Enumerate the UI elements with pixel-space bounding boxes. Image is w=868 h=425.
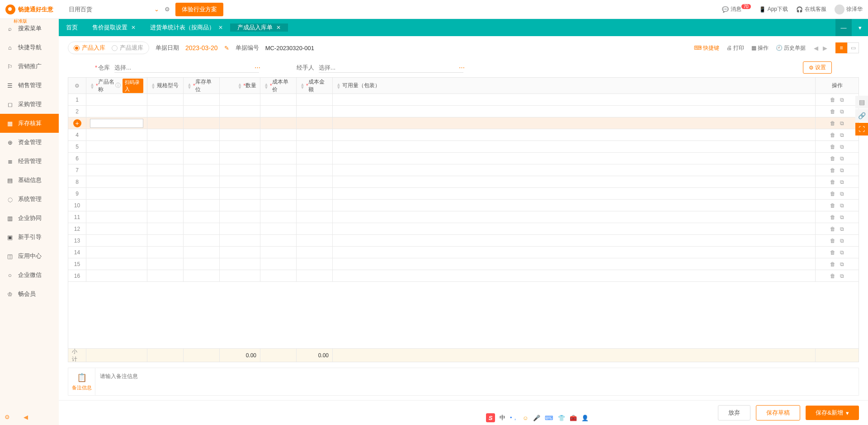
cell-name[interactable] [86, 188, 147, 199]
cell-name[interactable] [86, 200, 147, 211]
table-row[interactable]: 2 🗑 ⧉ [68, 106, 859, 117]
table-row[interactable]: 4 🗑 ⧉ [68, 129, 859, 141]
cell-price[interactable] [260, 141, 297, 152]
cell-unit[interactable] [184, 164, 220, 176]
cell-spec[interactable] [147, 258, 184, 270]
cell-avail[interactable] [333, 94, 816, 105]
delete-icon[interactable]: 🗑 [830, 179, 835, 185]
messages-link[interactable]: 💬 消息 70 [722, 5, 751, 13]
table-row[interactable]: 14 🗑 ⧉ [68, 247, 859, 258]
cell-avail[interactable] [333, 153, 816, 164]
delete-icon[interactable]: 🗑 [830, 144, 835, 150]
cell-spec[interactable] [147, 94, 184, 105]
cell-amt[interactable] [297, 247, 333, 258]
tab-1[interactable]: 售价提取设置✕ [85, 23, 143, 32]
cell-name[interactable] [86, 223, 147, 234]
sidebar-item-13[interactable]: ○企业微信 [0, 266, 59, 285]
sidebar-item-7[interactable]: ≣经营管理 [0, 152, 59, 171]
cell-price[interactable] [260, 94, 297, 105]
cell-amt[interactable] [297, 106, 333, 117]
cell-amt[interactable] [297, 117, 333, 129]
cell-qty[interactable] [220, 106, 260, 117]
cell-name[interactable] [86, 176, 147, 187]
cell-name[interactable] [86, 211, 147, 223]
cell-spec[interactable] [147, 106, 184, 117]
delete-icon[interactable]: 🗑 [830, 202, 835, 209]
sidebar-item-11[interactable]: ▣新手引导 [0, 228, 59, 247]
table-row[interactable]: 7 🗑 ⧉ [68, 164, 859, 176]
cell-unit[interactable] [184, 141, 220, 152]
float-link-icon[interactable]: 🔗 [855, 109, 868, 122]
cell-qty[interactable] [220, 258, 260, 270]
delete-icon[interactable]: 🗑 [830, 261, 835, 267]
product-name-input[interactable] [90, 119, 143, 128]
delete-icon[interactable]: 🗑 [830, 132, 835, 138]
logo[interactable]: 畅捷通好生意 标准版 [5, 5, 64, 14]
print-link[interactable]: 🖨 打印 [726, 44, 744, 52]
sidebar-item-10[interactable]: ▥企业协同 [0, 209, 59, 228]
cell-spec[interactable] [147, 176, 184, 187]
copy-icon[interactable]: ⧉ [840, 144, 844, 150]
table-row[interactable]: + 🗑 ⧉ [68, 117, 859, 129]
cell-amt[interactable] [297, 129, 333, 140]
table-row[interactable]: 6 🗑 ⧉ [68, 153, 859, 164]
sort-icon[interactable]: ▲▼ [300, 83, 305, 89]
copy-icon[interactable]: ⧉ [840, 120, 844, 126]
float-note-icon[interactable]: ▤ [855, 96, 868, 108]
cell-name[interactable] [86, 153, 147, 164]
remarks-tab[interactable]: 📋 备注信息 [68, 368, 95, 395]
tab-3[interactable]: 产成品入库单✕ [230, 23, 288, 32]
cell-amt[interactable] [297, 270, 333, 281]
cell-qty[interactable] [220, 270, 260, 281]
copy-icon[interactable]: ⧉ [840, 167, 844, 173]
delete-icon[interactable]: 🗑 [830, 191, 835, 197]
cell-avail[interactable] [333, 164, 816, 176]
cell-name[interactable] [86, 94, 147, 105]
cell-name[interactable] [86, 270, 147, 281]
cell-unit[interactable] [184, 106, 220, 117]
view-list[interactable]: ≡ [835, 42, 847, 53]
copy-icon[interactable]: ⧉ [840, 249, 844, 256]
sort-icon[interactable]: ▲▼ [264, 83, 269, 89]
cell-avail[interactable] [333, 258, 816, 270]
tab-2[interactable]: 进货单统计表（按商品）✕ [143, 23, 230, 32]
cell-qty[interactable] [220, 211, 260, 223]
copy-icon[interactable]: ⧉ [840, 97, 844, 103]
cell-qty[interactable] [220, 94, 260, 105]
ime-keyboard-icon[interactable]: ⌨ [545, 415, 553, 421]
cell-qty[interactable] [220, 235, 260, 246]
delete-icon[interactable]: 🗑 [830, 214, 835, 220]
cell-qty[interactable] [220, 117, 260, 129]
next-record[interactable]: ▶ [822, 45, 828, 51]
cell-amt[interactable] [297, 188, 333, 199]
cell-qty[interactable] [220, 141, 260, 152]
cell-qty[interactable] [220, 188, 260, 199]
sidebar-item-5[interactable]: ▦库存核算 [0, 114, 59, 133]
cell-spec[interactable] [147, 117, 184, 129]
cell-qty[interactable] [220, 247, 260, 258]
save-draft-button[interactable]: 保存草稿 [756, 405, 800, 420]
cell-price[interactable] [260, 235, 297, 246]
cell-spec[interactable] [147, 153, 184, 164]
cell-qty[interactable] [220, 153, 260, 164]
cell-price[interactable] [260, 117, 297, 129]
table-row[interactable]: 15 🗑 ⧉ [68, 258, 859, 270]
radio-product-out[interactable]: 产品退库 [112, 44, 143, 52]
cell-spec[interactable] [147, 235, 184, 246]
handler-picker-icon[interactable]: ⋯ [459, 64, 465, 71]
cell-avail[interactable] [333, 223, 816, 234]
cell-price[interactable] [260, 270, 297, 281]
delete-icon[interactable]: 🗑 [830, 155, 835, 162]
cell-unit[interactable] [184, 188, 220, 199]
collapse-icon[interactable]: ◀ [24, 414, 28, 420]
cell-name[interactable] [86, 129, 147, 140]
cell-avail[interactable] [333, 129, 816, 140]
close-icon[interactable]: ✕ [218, 24, 223, 31]
sidebar-item-1[interactable]: ⌂快捷导航 [0, 38, 59, 57]
settings-icon[interactable]: ⚙ [5, 414, 10, 420]
ime-punct-icon[interactable]: •， [510, 414, 518, 422]
sort-icon[interactable]: ▲▼ [90, 83, 94, 89]
table-row[interactable]: 1 🗑 ⧉ [68, 94, 859, 106]
delete-icon[interactable]: 🗑 [830, 108, 835, 115]
cell-name[interactable] [86, 164, 147, 176]
